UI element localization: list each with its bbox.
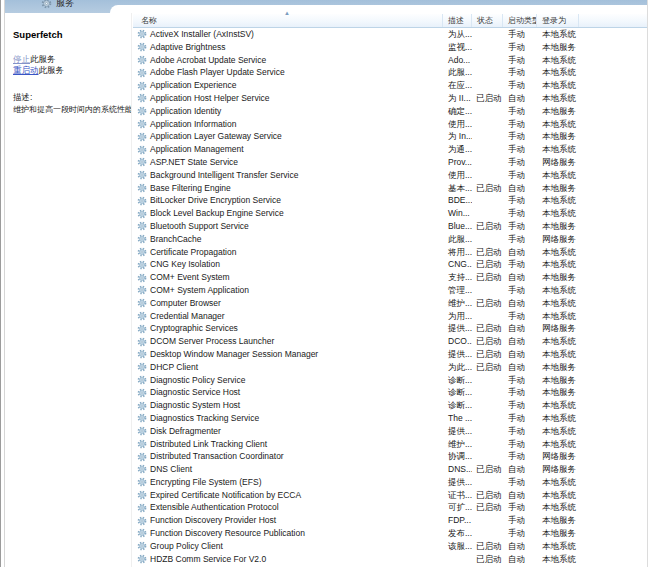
service-startup-type: 手动 — [503, 66, 537, 79]
service-gear-icon — [137, 439, 147, 449]
service-row[interactable]: DHCP Client 为此... 已启动 自动 本地服务 — [133, 361, 647, 374]
service-name: Group Policy Client — [150, 540, 223, 553]
service-row[interactable]: DCOM Server Process Launcher DCO... 已启动 … — [133, 335, 647, 348]
service-row[interactable]: Adobe Acrobat Update Service Ado... 手动 本… — [133, 54, 647, 67]
service-status: 已启动 — [472, 92, 503, 105]
service-row[interactable]: Application Management 为通... 手动 本地系统 — [133, 143, 647, 156]
service-name: Adobe Acrobat Update Service — [150, 54, 266, 67]
service-logon-as: 本地系统 — [537, 412, 579, 425]
service-status — [472, 156, 503, 169]
service-row[interactable]: Application Information 使用... 手动 本地系统 — [133, 118, 647, 131]
service-row[interactable]: Adobe Flash Player Update Service 此服... … — [133, 66, 647, 79]
service-status: 已启动 — [472, 501, 503, 514]
service-row[interactable]: Diagnostic Policy Service 诊断... 手动 本地服务 — [133, 374, 647, 387]
column-header-status[interactable]: 状态 — [472, 14, 503, 27]
service-row[interactable]: Encrypting File System (EFS) 提供... 手动 本地… — [133, 476, 647, 489]
service-row[interactable]: Computer Browser 维护... 已启动 自动 本地系统 — [133, 297, 647, 310]
service-row[interactable]: Certificate Propagation 将用... 已启动 自动 本地系… — [133, 246, 647, 259]
service-row[interactable]: COM+ Event System 支持... 已启动 自动 本地服务 — [133, 271, 647, 284]
service-row[interactable]: Diagnostic System Host 诊断... 手动 本地系统 — [133, 399, 647, 412]
service-name: ASP.NET State Service — [150, 156, 238, 169]
service-row[interactable]: Function Discovery Resource Publication … — [133, 527, 647, 540]
service-row[interactable]: CNG Key Isolation CNG... 已启动 手动 本地系统 — [133, 258, 647, 271]
service-row[interactable]: ActiveX Installer (AxInstSV) 为从... 手动 本地… — [133, 28, 647, 41]
service-row[interactable]: DNS Client DNS... 已启动 自动 网络服务 — [133, 463, 647, 476]
stop-service-link[interactable]: 停止 — [13, 54, 30, 64]
service-row[interactable]: Diagnostics Tracking Service The ... 手动 … — [133, 412, 647, 425]
service-description: Prov... — [443, 156, 472, 169]
service-status — [472, 476, 503, 489]
selected-service-title: Superfetch — [13, 29, 63, 40]
service-logon-as: 本地系统 — [537, 425, 579, 438]
service-row[interactable]: Expired Certificate Notification by ECCA… — [133, 489, 647, 502]
service-row[interactable]: Application Experience 在应... 手动 本地系统 — [133, 79, 647, 92]
service-row[interactable]: Cryptographic Services 提供... 已启动 自动 网络服务 — [133, 322, 647, 335]
column-header-startup-type[interactable]: 启动类型 — [503, 14, 537, 27]
service-name: HDZB Comm Service For V2.0 — [150, 553, 266, 566]
service-row[interactable]: Application Host Helper Service 为 II... … — [133, 92, 647, 105]
service-gear-icon — [137, 477, 147, 487]
service-gear-icon — [137, 375, 147, 385]
service-row[interactable]: Base Filtering Engine 基本... 已启动 自动 本地服务 — [133, 182, 647, 195]
service-row[interactable]: Bluetooth Support Service Blue... 已启动 手动… — [133, 220, 647, 233]
service-row[interactable]: Block Level Backup Engine Service Win...… — [133, 207, 647, 220]
service-startup-type: 自动 — [503, 553, 537, 566]
service-row[interactable]: ASP.NET State Service Prov... 手动 网络服务 — [133, 156, 647, 169]
column-header-logon-as[interactable]: 登录为 — [537, 14, 579, 27]
service-name: Distributed Transaction Coordinator — [150, 450, 284, 463]
service-description: 为此... — [443, 361, 472, 374]
service-row[interactable]: HDZB Comm Service For V2.0 已启动 自动 本地系统 — [133, 553, 647, 566]
service-row[interactable]: Function Discovery Provider Host FDP... … — [133, 514, 647, 527]
service-row[interactable]: Adaptive Brightness 监视... 手动 本地服务 — [133, 41, 647, 54]
service-row[interactable]: Application Identity 确定... 手动 本地服务 — [133, 105, 647, 118]
service-logon-as: 本地系统 — [537, 489, 579, 502]
service-row[interactable]: Desktop Window Manager Session Manager 提… — [133, 348, 647, 361]
service-row[interactable]: Group Policy Client 该服... 已启动 自动 本地系统 — [133, 540, 647, 553]
service-logon-as: 本地系统 — [537, 553, 579, 566]
service-row[interactable]: Distributed Transaction Coordinator 协调..… — [133, 450, 647, 463]
service-name: Distributed Link Tracking Client — [150, 438, 267, 451]
service-status — [472, 438, 503, 451]
service-status — [472, 169, 503, 182]
service-row[interactable]: Background Intelligent Transfer Service … — [133, 169, 647, 182]
service-logon-as: 本地系统 — [537, 310, 579, 323]
service-startup-type: 手动 — [503, 399, 537, 412]
service-startup-type: 手动 — [503, 438, 537, 451]
service-status: 已启动 — [472, 297, 503, 310]
service-name: DNS Client — [150, 463, 192, 476]
service-row[interactable]: Application Layer Gateway Service 为 In..… — [133, 130, 647, 143]
service-logon-as: 本地服务 — [537, 374, 579, 387]
service-description: 协调... — [443, 450, 472, 463]
service-gear-icon — [137, 503, 147, 513]
restart-service-link[interactable]: 重启动 — [13, 65, 39, 75]
service-description: Win... — [443, 207, 472, 220]
service-row[interactable]: Diagnostic Service Host 诊断... 手动 本地服务 — [133, 386, 647, 399]
service-status — [472, 130, 503, 143]
service-status — [472, 527, 503, 540]
service-info-pane: Superfetch 停止此服务 重启动此服务 描述: 维护和提高一段时间内的系… — [5, 13, 131, 567]
service-logon-as: 本地系统 — [537, 438, 579, 451]
column-header-description[interactable]: 描述 — [443, 14, 472, 27]
service-row[interactable]: Credential Manager 为用... 手动 本地系统 — [133, 310, 647, 323]
service-startup-type: 手动 — [503, 41, 537, 54]
service-row[interactable]: Extensible Authentication Protocol 可扩...… — [133, 501, 647, 514]
service-gear-icon — [137, 221, 147, 231]
service-row[interactable]: Distributed Link Tracking Client 维护... 手… — [133, 438, 647, 451]
service-row[interactable]: COM+ System Application 管理... 手动 本地系统 — [133, 284, 647, 297]
tree-item-services[interactable]: 服务 — [41, 0, 74, 11]
service-description: 使用... — [443, 118, 472, 131]
service-status: 已启动 — [472, 463, 503, 476]
service-logon-as: 本地系统 — [537, 258, 579, 271]
service-startup-type: 手动 — [503, 386, 537, 399]
service-description: 维护... — [443, 438, 472, 451]
service-name: Block Level Backup Engine Service — [150, 207, 284, 220]
service-startup-type: 手动 — [503, 425, 537, 438]
service-gear-icon — [137, 516, 147, 526]
service-status — [472, 118, 503, 131]
service-row[interactable]: Disk Defragmenter 提供... 手动 本地系统 — [133, 425, 647, 438]
service-startup-type: 手动 — [503, 527, 537, 540]
service-description: 为从... — [443, 28, 472, 41]
service-row[interactable]: BranchCache 此服... 手动 网络服务 — [133, 233, 647, 246]
service-row[interactable]: BitLocker Drive Encryption Service BDE..… — [133, 194, 647, 207]
service-startup-type: 手动 — [503, 130, 537, 143]
